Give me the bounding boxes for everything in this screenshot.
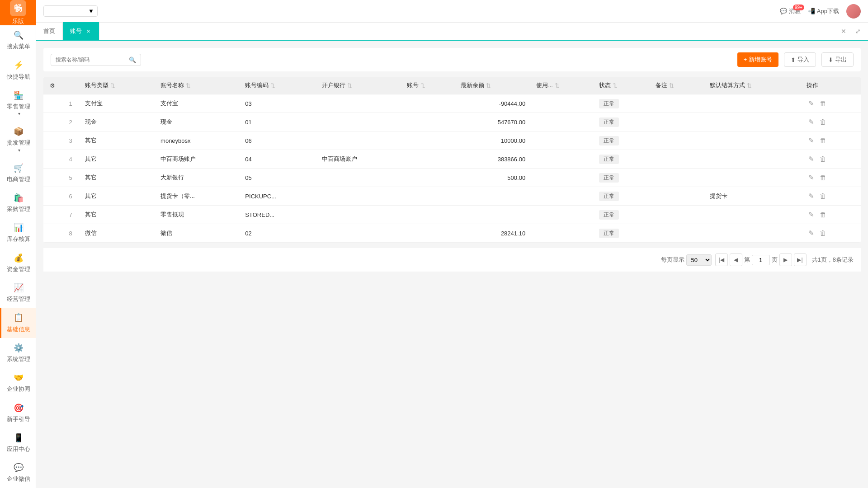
row-code: 03: [240, 94, 316, 113]
delete-button[interactable]: 🗑: [818, 136, 828, 145]
col-balance[interactable]: 最新余额 ⇅: [455, 77, 531, 94]
table-row: 8 微信 微信 02 28241.10 正常 ✎ 🗑: [43, 224, 861, 243]
delete-button[interactable]: 🗑: [818, 99, 828, 108]
edit-button[interactable]: ✎: [807, 228, 816, 238]
col-type-sort[interactable]: 账号类型 ⇅: [85, 81, 115, 89]
col-remark[interactable]: 备注 ⇅: [650, 77, 704, 94]
page-next-button[interactable]: ▶: [779, 253, 792, 266]
inventory-icon: 📊: [14, 222, 24, 234]
delete-button[interactable]: 🗑: [818, 154, 828, 164]
edit-button[interactable]: ✎: [807, 99, 816, 108]
sidebar-item-ops[interactable]: 📈 经营管理: [0, 278, 36, 308]
col-remark-sort[interactable]: 备注 ⇅: [656, 81, 674, 89]
message-button[interactable]: 💬 消息 99+: [780, 7, 801, 15]
tab-close-button[interactable]: ✕: [839, 28, 848, 35]
app-download-button[interactable]: 📲 App下载: [808, 7, 839, 15]
col-balance-sort[interactable]: 最新余额 ⇅: [461, 81, 491, 89]
add-account-button[interactable]: + 新增账号: [737, 52, 778, 67]
tab-home[interactable]: 首页: [36, 22, 63, 40]
delete-button[interactable]: 🗑: [818, 228, 828, 238]
user-avatar[interactable]: [846, 4, 861, 19]
sidebar-item-purchase[interactable]: 🛍️ 采购管理: [0, 188, 36, 218]
sidebar-item-app-center[interactable]: 📱 应用中心: [0, 428, 36, 458]
row-bank: [316, 224, 401, 243]
topbar-search-input[interactable]: [47, 8, 88, 14]
delete-button[interactable]: 🗑: [818, 173, 828, 182]
tab-account[interactable]: 账号 ✕: [63, 22, 99, 40]
delete-button[interactable]: 🗑: [818, 117, 828, 127]
row-default-settle: [704, 150, 802, 169]
row-gear: [43, 169, 61, 187]
ops-icon: 📈: [14, 282, 24, 294]
sidebar-item-enterprise-wechat[interactable]: 💬 企业微信: [0, 458, 36, 488]
sidebar-item-ecommerce[interactable]: 🛒 电商管理: [0, 158, 36, 188]
sidebar-item-quick-nav[interactable]: ⚡ 快捷导航: [0, 55, 36, 85]
row-name: moneybosx: [155, 131, 240, 150]
col-code[interactable]: 账号编码 ⇅: [240, 77, 316, 94]
row-usage: [531, 150, 594, 169]
page-last-button[interactable]: ▶|: [794, 253, 807, 266]
col-bank-sort[interactable]: 开户银行 ⇅: [322, 81, 352, 89]
sidebar-item-search[interactable]: 🔍 搜索菜单: [0, 25, 36, 55]
sidebar-item-basic-info[interactable]: 📋 基础信息: [0, 308, 36, 338]
sidebar: 畅 乐版 🔍 搜索菜单 ⚡ 快捷导航 🏪 零售管理 ▾ 📦 批发管理 ▾ 🛒 电…: [0, 0, 36, 488]
row-type: 其它: [80, 131, 155, 150]
edit-button[interactable]: ✎: [807, 154, 816, 164]
sidebar-item-inventory[interactable]: 📊 库存核算: [0, 218, 36, 248]
row-status: 正常: [594, 169, 650, 187]
delete-button[interactable]: 🗑: [818, 191, 828, 201]
sidebar-item-label: 批发管理: [7, 139, 30, 147]
toolbar: 🔍 + 新增账号 ⬆ 导入 ⬇ 导出: [43, 48, 861, 71]
col-usage-sort[interactable]: 使用... ⇅: [536, 81, 560, 89]
col-account-sort[interactable]: 账号 ⇅: [407, 81, 425, 89]
edit-button[interactable]: ✎: [807, 117, 816, 127]
row-num: 8: [61, 224, 80, 243]
ecommerce-icon: 🛒: [14, 163, 24, 174]
row-bank: [316, 94, 401, 113]
row-usage: [531, 113, 594, 131]
col-code-sort[interactable]: 账号编码 ⇅: [245, 81, 275, 89]
tab-maximize-button[interactable]: ⤢: [852, 28, 864, 35]
import-button[interactable]: ⬆ 导入: [784, 52, 816, 67]
page-number-input[interactable]: [752, 255, 770, 265]
edit-button[interactable]: ✎: [807, 210, 816, 220]
search-input[interactable]: [56, 56, 126, 63]
topbar: ▼ 💬 消息 99+ 📲 App下载: [36, 0, 868, 23]
page-first-button[interactable]: |◀: [715, 253, 728, 266]
col-status[interactable]: 状态 ⇅: [594, 77, 650, 94]
sidebar-item-system[interactable]: ⚙️ 系统管理: [0, 338, 36, 368]
sort-icon: ⇅: [555, 82, 560, 89]
sidebar-item-newbie[interactable]: 🎯 新手引导: [0, 398, 36, 428]
page-suffix: 页: [772, 256, 778, 264]
col-default-settle[interactable]: 默认结算方式 ⇅: [704, 77, 802, 94]
edit-button[interactable]: ✎: [807, 191, 816, 201]
sidebar-item-finance[interactable]: 💰 资金管理: [0, 248, 36, 278]
col-gear[interactable]: ⚙: [43, 77, 61, 94]
sidebar-item-wholesale-mgmt[interactable]: 📦 批发管理 ▾: [0, 122, 36, 158]
col-type[interactable]: 账号类型 ⇅: [80, 77, 155, 94]
col-default-settle-sort[interactable]: 默认结算方式 ⇅: [710, 81, 752, 89]
col-status-sort[interactable]: 状态 ⇅: [599, 81, 618, 89]
sidebar-item-retail-mgmt[interactable]: 🏪 零售管理 ▾: [0, 85, 36, 122]
page-prev-button[interactable]: ◀: [730, 253, 742, 266]
row-balance: 10000.00: [455, 131, 531, 150]
row-usage: [531, 224, 594, 243]
page-size-select[interactable]: 50 100 200: [686, 254, 712, 266]
row-usage: [531, 94, 594, 113]
edit-button[interactable]: ✎: [807, 136, 816, 145]
row-num: 1: [61, 94, 80, 113]
delete-button[interactable]: 🗑: [818, 210, 828, 219]
tab-close-icon[interactable]: ✕: [85, 28, 92, 35]
sidebar-item-enterprise-agree[interactable]: 🤝 企业协同: [0, 368, 36, 398]
col-bank[interactable]: 开户银行 ⇅: [316, 77, 401, 94]
newbie-icon: 🎯: [14, 403, 24, 414]
col-name-sort[interactable]: 账号名称 ⇅: [160, 81, 191, 89]
status-badge: 正常: [599, 117, 619, 127]
export-icon: ⬇: [828, 56, 833, 63]
row-actions: ✎ 🗑: [801, 113, 861, 131]
export-button[interactable]: ⬇ 导出: [821, 52, 854, 67]
col-name[interactable]: 账号名称 ⇅: [155, 77, 240, 94]
edit-button[interactable]: ✎: [807, 173, 816, 183]
col-account[interactable]: 账号 ⇅: [401, 77, 455, 94]
col-usage[interactable]: 使用... ⇅: [531, 77, 594, 94]
